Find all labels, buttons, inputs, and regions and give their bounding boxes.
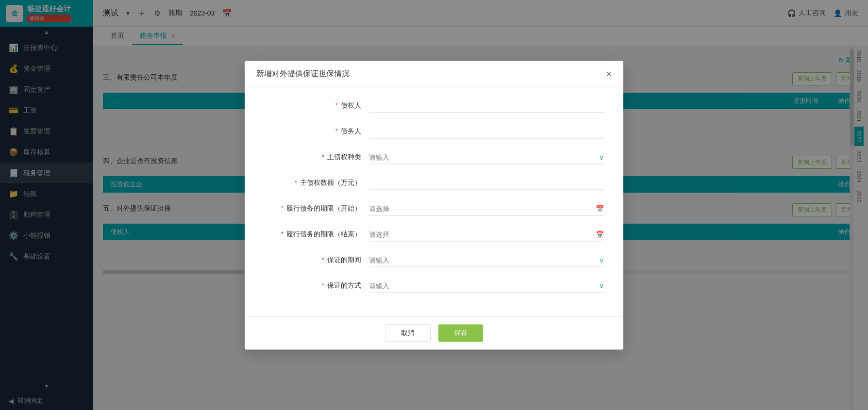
save-button[interactable]: 保存 xyxy=(438,324,483,342)
modal-header: 新增对外提供保证担保情况 × xyxy=(245,61,623,87)
claim-type-select[interactable]: ∨ xyxy=(369,150,604,164)
start-date-calendar-icon[interactable]: 📅 xyxy=(596,204,604,212)
guarantee-method-dropdown-icon[interactable]: ∨ xyxy=(599,281,604,289)
form-row-claim-type: * 主债权种类 ∨ xyxy=(264,150,604,164)
creditor-input[interactable] xyxy=(369,98,604,113)
guarantee-method-select[interactable]: ∨ xyxy=(369,279,604,293)
end-date-picker[interactable]: 📅 xyxy=(369,227,604,241)
form-row-guarantee-period: * 保证的期间 ∨ xyxy=(264,253,604,267)
form-row-end-date: * 履行债务的期限（结束） 📅 xyxy=(264,227,604,241)
form-row-debtor: * 债务人 xyxy=(264,124,604,138)
start-date-input[interactable] xyxy=(369,201,596,215)
cancel-button[interactable]: 取消 xyxy=(385,324,431,342)
start-date-label: * 履行债务的期限（开始） xyxy=(264,204,361,213)
form-row-start-date: * 履行债务的期限（开始） 📅 xyxy=(264,201,604,215)
modal-body: * 债权人 * 债务人 * 主债权种类 ∨ xyxy=(245,87,623,316)
claim-amount-input[interactable] xyxy=(369,176,604,190)
creditor-label: * 债权人 xyxy=(264,101,361,110)
form-row-claim-amount: * 主债权数额（万元） xyxy=(264,176,604,190)
end-date-calendar-icon[interactable]: 📅 xyxy=(596,230,604,238)
claim-amount-label: * 主债权数额（万元） xyxy=(264,179,361,187)
modal-close-button[interactable]: × xyxy=(606,69,612,79)
form-row-guarantee-method: * 保证的方式 ∨ xyxy=(264,279,604,293)
claim-type-dropdown-icon[interactable]: ∨ xyxy=(599,153,604,161)
debtor-label: * 债务人 xyxy=(264,127,361,136)
claim-type-input[interactable] xyxy=(369,150,599,164)
claim-type-label: * 主债权种类 xyxy=(264,153,361,162)
guarantee-method-input[interactable] xyxy=(369,279,599,292)
modal-footer: 取消 保存 xyxy=(245,316,623,349)
modal-title: 新增对外提供保证担保情况 xyxy=(256,68,350,79)
form-row-creditor: * 债权人 xyxy=(264,98,604,113)
guarantee-period-select[interactable]: ∨ xyxy=(369,253,604,267)
end-date-label: * 履行债务的期限（结束） xyxy=(264,230,361,239)
modal-add-guarantee: 新增对外提供保证担保情况 × * 债权人 * 债务人 * xyxy=(245,61,623,349)
debtor-input[interactable] xyxy=(369,124,604,138)
end-date-input[interactable] xyxy=(369,227,596,241)
guarantee-period-dropdown-icon[interactable]: ∨ xyxy=(599,256,604,263)
start-date-picker[interactable]: 📅 xyxy=(369,201,604,215)
guarantee-method-label: * 保证的方式 xyxy=(264,281,361,290)
guarantee-period-label: * 保证的期间 xyxy=(264,256,361,264)
guarantee-period-input[interactable] xyxy=(369,253,599,266)
